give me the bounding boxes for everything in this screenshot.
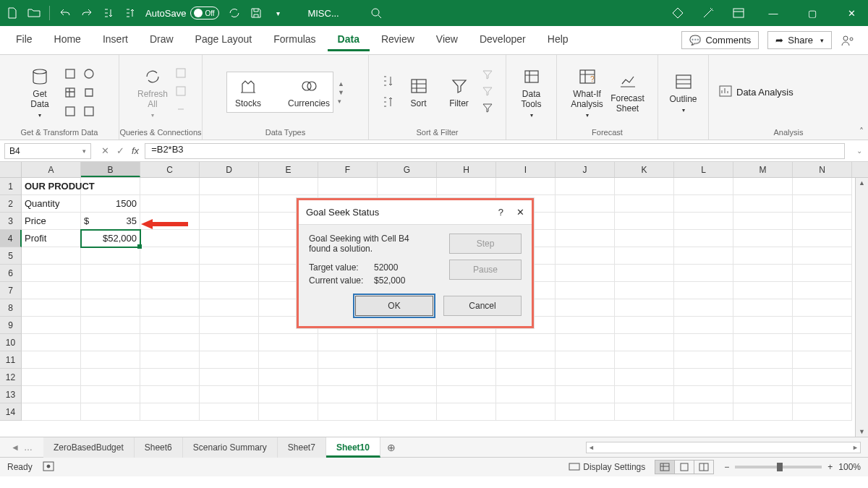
cell[interactable] [437,178,496,195]
search-icon[interactable] [370,7,383,20]
cell[interactable] [674,403,733,421]
cell[interactable] [378,334,437,351]
cell[interactable] [378,369,437,386]
cell[interactable]: Quantity [22,195,81,213]
cell[interactable] [556,299,615,317]
refresh-icon[interactable] [228,7,241,20]
cell[interactable] [615,178,674,195]
cell[interactable] [615,403,674,421]
cell[interactable] [496,334,556,351]
cell[interactable] [733,369,793,386]
column-header[interactable]: D [200,162,259,177]
share-button[interactable]: ➦Share▾ [767,31,832,49]
select-all-corner[interactable] [0,162,22,177]
existing-conn-icon[interactable] [62,103,78,119]
from-table-icon[interactable] [62,85,78,100]
sort-button[interactable]: Sort [401,75,437,109]
sort-desc-icon[interactable] [124,7,137,20]
reapply-icon[interactable] [482,86,493,98]
cell[interactable] [140,265,200,282]
cell[interactable] [674,178,733,195]
tab-insert[interactable]: Insert [93,29,138,51]
row-header[interactable]: 11 [0,351,22,369]
cell[interactable] [556,351,615,369]
cell[interactable] [733,317,793,334]
cell[interactable] [200,317,259,334]
row-header[interactable]: 12 [0,369,22,386]
data-types-gallery[interactable]: Stocks Currencies [226,72,333,113]
cell[interactable] [437,403,496,421]
cell[interactable] [140,282,200,299]
sort-az-icon[interactable] [382,74,396,90]
cell[interactable] [140,230,200,247]
cell[interactable] [615,317,674,334]
row-header[interactable]: 4 [0,230,22,247]
tab-draw[interactable]: Draw [140,29,184,51]
cell[interactable] [140,369,200,386]
cell[interactable] [81,334,140,351]
cell[interactable] [674,213,733,230]
cell[interactable] [496,403,556,421]
display-settings-button[interactable]: Display Settings [569,462,645,472]
tab-review[interactable]: Review [371,29,425,51]
cell[interactable] [140,195,200,213]
cell[interactable] [140,247,200,265]
edit-links-icon[interactable] [175,103,187,117]
cell[interactable] [200,247,259,265]
data-tools-button[interactable]: Data Tools▾ [514,66,550,119]
filter-button[interactable]: Filter [441,75,477,109]
column-header[interactable]: N [793,162,852,177]
cell[interactable] [22,282,81,299]
cell[interactable] [22,247,81,265]
vertical-scrollbar[interactable]: ▲▼ [855,178,868,437]
cell[interactable] [556,317,615,334]
cell[interactable] [793,351,852,369]
cell[interactable] [674,386,733,403]
column-header[interactable]: I [496,162,556,177]
diamond-icon[interactable] [671,7,684,20]
cell[interactable] [733,351,793,369]
row-header[interactable]: 5 [0,247,22,265]
sheet-tab[interactable]: Scenario Summary [183,437,278,458]
cell[interactable] [674,195,733,213]
cell[interactable] [496,386,556,403]
cell[interactable] [556,282,615,299]
maximize-button[interactable]: ▢ [801,8,823,19]
cell[interactable] [556,334,615,351]
cancel-formula-icon[interactable]: ✕ [101,145,109,156]
recent-sources-icon[interactable] [81,85,97,100]
cell[interactable] [318,386,378,403]
get-data-button[interactable]: Get Data▾ [22,66,58,119]
step-button[interactable]: Step [449,234,522,254]
column-header[interactable]: H [437,162,496,177]
zoom-in-icon[interactable]: + [827,462,833,472]
cell[interactable] [378,403,437,421]
qat-more-icon[interactable]: ▾ [271,7,284,20]
cell[interactable] [793,230,852,247]
open-file-icon[interactable] [27,7,41,20]
zoom-out-icon[interactable]: − [724,462,729,472]
column-header[interactable]: B [81,162,140,177]
cell[interactable] [733,334,793,351]
cell[interactable] [81,403,140,421]
spreadsheet-grid[interactable]: ABCDEFGHIJKLMN 1OUR PRODUCT2Quantity1500… [0,162,868,437]
cell[interactable] [318,403,378,421]
cell[interactable] [674,282,733,299]
cell[interactable] [200,369,259,386]
cell[interactable] [259,403,318,421]
undo-icon[interactable] [59,7,72,20]
cell[interactable] [793,213,852,230]
cell[interactable] [81,178,140,195]
gallery-down-icon[interactable]: ▼ [338,89,344,96]
column-header[interactable]: F [318,162,378,177]
row-header[interactable]: 2 [0,195,22,213]
close-button[interactable]: ✕ [841,8,862,19]
cell[interactable] [793,282,852,299]
properties-icon[interactable] [175,85,187,99]
cell[interactable] [318,178,378,195]
macro-record-icon[interactable] [43,461,54,474]
cell[interactable] [200,334,259,351]
row-header[interactable]: 3 [0,213,22,230]
cell[interactable] [674,317,733,334]
cell[interactable]: $52,000 [81,230,140,247]
